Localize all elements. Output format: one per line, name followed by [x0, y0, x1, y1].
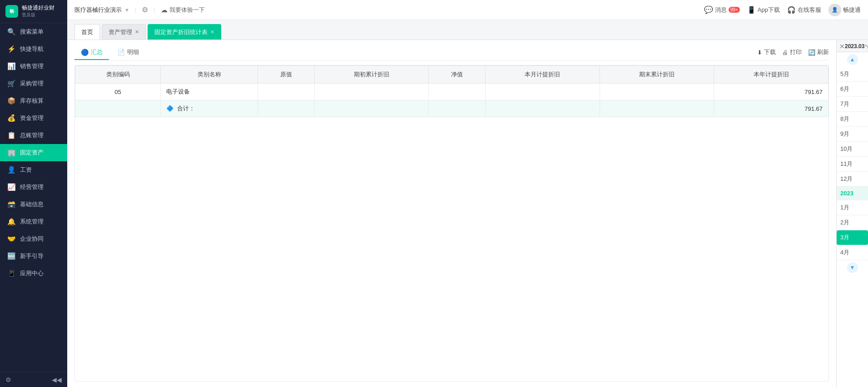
person-icon: 👤 [7, 166, 15, 174]
sidebar-item-app-center[interactable]: 📱 应用中心 [0, 265, 67, 282]
date-item-10[interactable]: 10月 [837, 142, 868, 157]
topbar-right: 💬 消息 99+ 📱 App下载 🎧 在线客服 👤 畅捷通 [704, 4, 861, 16]
data-table: 类别编码 类别名称 原值 期初累计折旧 净值 本月计提折旧 期末累计折旧 本年计… [74, 65, 829, 382]
info-icon: 🔷 [166, 105, 174, 112]
settings-gear-icon[interactable]: ⚙ [142, 5, 148, 14]
refresh-btn[interactable]: 🔄 刷新 [808, 48, 829, 56]
money-icon: 💰 [7, 114, 15, 122]
content-main: 🔵 汇总 📄 明细 ⬇ 下载 🖨 打印 [67, 40, 836, 387]
sidebar-header: 畅 畅捷通好业财 普及版 [0, 0, 67, 23]
total-monthly [486, 100, 600, 117]
dropdown-icon: ▼ [124, 7, 129, 13]
sidebar-item-system[interactable]: 🔔 系统管理 [0, 213, 67, 230]
date-item-2023-3[interactable]: 3月 [837, 230, 868, 245]
date-item-9[interactable]: 9月 [837, 127, 868, 142]
table-header-row: 类别编码 类别名称 原值 期初累计折旧 净值 本月计提折旧 期末累计折旧 本年计… [75, 66, 828, 84]
date-panel: ✕ 2023.03 ⤡ ▲ 5月 6月 7月 8月 [836, 40, 868, 387]
download-btn[interactable]: ⬇ 下载 [757, 48, 776, 56]
main-area: 医疗器械行业演示 ▼ | ⚙ | ☁ 我要体验一下 💬 消息 99+ 📱 App… [67, 0, 868, 387]
tab-asset-mgmt[interactable]: 资产管理 ✕ [102, 24, 146, 40]
cell-annual: 791.67 [714, 84, 828, 100]
folder-icon: 🗃️ [7, 200, 15, 208]
sidebar-item-business[interactable]: 📈 经营管理 [0, 179, 67, 196]
tab-fixed-asset-depreciation[interactable]: 固定资产折旧统计表 ✕ [148, 24, 221, 40]
cell-initial-accum [314, 84, 429, 100]
date-scroll-up[interactable]: ▲ [847, 54, 858, 65]
phone-icon: 📱 [747, 6, 756, 14]
sidebar-item-guide[interactable]: 🆕 新手引导 [0, 248, 67, 265]
date-item-12[interactable]: 12月 [837, 172, 868, 187]
tab-close-depreciation[interactable]: ✕ [210, 29, 214, 35]
sub-tab-summary[interactable]: 🔵 汇总 [74, 45, 109, 60]
sidebar-item-ledger[interactable]: 📋 总账管理 [0, 127, 67, 144]
tab-home[interactable]: 首页 [74, 24, 100, 40]
new-icon: 🆕 [7, 252, 15, 260]
experience-btn[interactable]: ☁ 我要体验一下 [161, 6, 205, 14]
date-item-8[interactable]: 8月 [837, 112, 868, 127]
date-scroll-list[interactable]: ▲ 5月 6月 7月 8月 9月 10月 [837, 52, 868, 387]
date-scroll-down[interactable]: ▼ [847, 262, 858, 273]
bell-icon: 🔔 [7, 218, 15, 226]
table-total-row: 🔷 合计： 791.67 [75, 100, 828, 117]
sub-tab-detail[interactable]: 📄 明细 [111, 45, 145, 60]
headset-icon: 🎧 [787, 6, 796, 14]
col-code: 类别编码 [75, 66, 161, 84]
lightning-icon: ⚡ [7, 45, 15, 53]
sidebar-item-quick-nav[interactable]: ⚡ 快捷导航 [0, 40, 67, 58]
sidebar-item-inventory[interactable]: 📦 库存核算 [0, 92, 67, 109]
date-item-2023-2[interactable]: 2月 [837, 215, 868, 230]
cell-period-end-accum [600, 84, 714, 100]
date-item-7[interactable]: 7月 [837, 97, 868, 112]
print-btn[interactable]: 🖨 打印 [782, 48, 802, 56]
tab-close-asset-mgmt[interactable]: ✕ [135, 29, 139, 35]
trend-icon: 📈 [7, 183, 15, 191]
company-name: 医疗器械行业演示 [74, 6, 122, 14]
total-period-end-accum [600, 100, 714, 117]
col-initial-accum: 期初累计折旧 [314, 66, 429, 84]
avatar: 👤 [828, 4, 841, 16]
date-item-2023-1[interactable]: 1月 [837, 200, 868, 215]
collapse-icon[interactable]: ◀◀ [52, 376, 62, 383]
sub-tabs: 🔵 汇总 📄 明细 [74, 45, 145, 60]
app-download-btn[interactable]: 📱 App下载 [747, 6, 780, 14]
sidebar-item-enterprise[interactable]: 🤝 企业协同 [0, 230, 67, 248]
sidebar-item-fixed-assets[interactable]: 🏢 固定资产 [0, 144, 67, 161]
chart-icon: 📊 [7, 62, 15, 70]
cell-name: 电子设备 [161, 84, 258, 100]
topbar: 医疗器械行业演示 ▼ | ⚙ | ☁ 我要体验一下 💬 消息 99+ 📱 App… [67, 0, 868, 20]
company-selector[interactable]: 医疗器械行业演示 ▼ [74, 6, 129, 14]
sidebar-item-search[interactable]: 🔍 搜索菜单 [0, 23, 67, 40]
messages-btn[interactable]: 💬 消息 99+ [704, 5, 740, 14]
box-icon: 📦 [7, 97, 15, 105]
settings-icon[interactable]: ⚙ [5, 376, 11, 383]
col-monthly: 本月计提折旧 [486, 66, 600, 84]
handshake-icon: 🤝 [7, 235, 15, 243]
ledger-icon: 📋 [7, 131, 15, 139]
print-icon: 🖨 [782, 49, 788, 56]
message-icon: 💬 [704, 5, 713, 14]
sidebar-item-sales[interactable]: 📊 销售管理 [0, 58, 67, 75]
table-row[interactable]: 05 电子设备 791.67 [75, 84, 828, 100]
date-item-2023-4[interactable]: 4月 [837, 245, 868, 260]
customer-service-btn[interactable]: 🎧 在线客服 [787, 6, 821, 14]
date-item-5[interactable]: 5月 [837, 67, 868, 82]
panel-close-icon[interactable]: ✕ [839, 43, 845, 50]
total-net [429, 100, 486, 117]
panel-expand-icon[interactable]: ⤡ [864, 43, 868, 50]
date-item-11[interactable]: 11月 [837, 157, 868, 172]
total-annual: 791.67 [714, 100, 828, 117]
download-icon: ⬇ [757, 49, 762, 56]
sidebar-footer: ⚙ ◀◀ [0, 372, 67, 387]
content-area: 🔵 汇总 📄 明细 ⬇ 下载 🖨 打印 [67, 40, 868, 387]
sidebar-item-purchase[interactable]: 🛒 采购管理 [0, 75, 67, 92]
col-net: 净值 [429, 66, 486, 84]
sidebar-item-payroll[interactable]: 👤 工资 [0, 161, 67, 179]
col-name: 类别名称 [161, 66, 258, 84]
date-item-6[interactable]: 6月 [837, 82, 868, 97]
refresh-icon: 🔄 [808, 49, 815, 56]
user-profile-btn[interactable]: 👤 畅捷通 [828, 4, 861, 16]
app-subtitle: 普及版 [22, 12, 55, 18]
sidebar-item-base-info[interactable]: 🗃️ 基础信息 [0, 196, 67, 213]
total-code [75, 100, 161, 117]
sidebar-item-finance[interactable]: 💰 资金管理 [0, 109, 67, 127]
